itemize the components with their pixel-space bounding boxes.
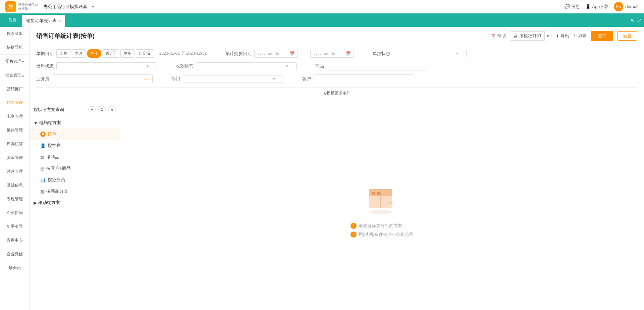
expected-date-to[interactable]: yyyy-mm-dd 📅 xyxy=(310,50,354,58)
settings-button[interactable]: 设置 xyxy=(617,31,637,41)
date-btn-this-month[interactable]: 本月 xyxy=(72,49,86,58)
step-1-number: 1 xyxy=(351,223,357,229)
pc-label: 电脑端方案 xyxy=(39,120,61,126)
sidebar-item-basic-info[interactable]: 基础信息 xyxy=(0,178,29,192)
maximize-icon[interactable]: ⤢ xyxy=(637,17,641,23)
sidebar-item-new-guide[interactable]: 新手引导 xyxy=(0,220,29,234)
expected-date-from-placeholder: yyyy-mm-dd xyxy=(257,51,279,56)
restore-icon[interactable]: ✕ xyxy=(630,17,634,23)
payment-label: 收款状态 xyxy=(176,63,193,69)
scheme-header-label: 按以下方案查询 xyxy=(34,107,64,113)
sidebar-item-finance[interactable]: 资金管理 xyxy=(0,151,29,165)
main-content-area: 1 请先选择要分析的方案 2 用[过滤]条件来缩小分析范围 xyxy=(120,103,644,310)
expected-date-to-placeholder: yyyy-mm-dd xyxy=(313,51,335,56)
date-btn-last-7-days[interactable]: 近7天 xyxy=(103,49,119,58)
print-button[interactable]: 🖨 按模板打印 xyxy=(510,31,545,41)
department-select[interactable]: ▾ xyxy=(183,75,283,83)
export-button[interactable]: ⬇ 导出 xyxy=(555,33,569,39)
by-customer-goods-label: 按客户+商品 xyxy=(46,165,71,171)
filter-row-2: 出库状态 ▾ 收款状态 ▾ xyxy=(36,62,637,70)
sidebar-item-quick-nav[interactable]: 快捷导航 xyxy=(0,41,29,55)
app-dropdown-arrow[interactable]: ▼ xyxy=(91,5,95,9)
help-label: 帮助 xyxy=(497,33,506,39)
sidebar-item-ecommerce[interactable]: 电商管理 xyxy=(0,110,29,123)
scheme-item-by-customer[interactable]: 👤 按客户 xyxy=(30,140,120,151)
tab-home[interactable]: 首页 xyxy=(3,13,22,27)
settings-scheme-button[interactable]: ⚙ xyxy=(98,106,106,113)
page-actions: ❓ 帮助 🖨 按模板打印 ▾ ⬇ 导出 xyxy=(490,31,637,41)
sidebar-item-enterprise-wechat[interactable]: 企业微信 xyxy=(0,247,29,261)
tab-active[interactable]: 销售订单统计表 × xyxy=(22,15,65,27)
sidebar-item-wholesale[interactable]: 批发管理 ▴ xyxy=(0,68,29,82)
date-btn-more[interactable]: 更多 xyxy=(120,49,135,58)
quick-nav-label: 快捷导航 xyxy=(7,45,23,50)
step-2-number: 2 xyxy=(351,231,357,238)
scheme-item-by-goods[interactable]: ▦ 按商品 xyxy=(30,151,120,163)
user-area[interactable]: Ea demo2 xyxy=(614,2,639,11)
refresh-label: 刷新 xyxy=(578,33,587,39)
scheme-group-pc-title[interactable]: ▼ 电脑端方案 xyxy=(30,117,120,128)
scheme-item-by-order[interactable]: 按单 xyxy=(30,128,120,140)
sidebar-item-membership[interactable]: 畅会员 xyxy=(0,261,29,275)
collapse-button[interactable]: ∧ 收起更多条件 xyxy=(36,87,637,99)
sidebar-item-inventory[interactable]: 库存核算 xyxy=(0,137,29,151)
scheme-item-by-goods-category[interactable]: ▩ 按商品分类 xyxy=(30,186,120,197)
dispatch-dropdown-icon: ▾ xyxy=(147,64,149,68)
sales-rep-input[interactable]: ··· xyxy=(52,74,153,83)
app-download-button[interactable]: 📱 App下载 xyxy=(585,4,608,10)
expected-date-from[interactable]: yyyy-mm-dd 📅 xyxy=(254,50,298,58)
goods-dots-icon[interactable]: ··· xyxy=(418,63,424,69)
date-btn-this-year[interactable]: 本年 xyxy=(87,49,101,58)
sidebar-item-app-center[interactable]: 应用中心 xyxy=(0,234,29,247)
by-goods-label: 按商品 xyxy=(46,154,59,160)
tab-active-label: 销售订单统计表 xyxy=(26,18,57,24)
query-button[interactable]: 查询 xyxy=(591,31,613,41)
message-button[interactable]: 💬 消息 xyxy=(565,4,580,10)
by-order-icon xyxy=(40,132,46,137)
collapse-scheme-button[interactable]: « xyxy=(108,106,116,113)
refresh-button[interactable]: ↻ 刷新 xyxy=(573,33,587,39)
payment-select[interactable]: ▾ xyxy=(196,62,297,70)
dispatch-select[interactable]: ▾ xyxy=(56,62,157,70)
scheme-item-by-sales-rep[interactable]: 📊 按业务员 xyxy=(30,174,120,186)
retail-arrow-icon: ▾ xyxy=(22,60,24,63)
sidebar-item-marketing[interactable]: 营销推广 xyxy=(0,82,29,96)
wholesale-label: 批发管理 xyxy=(5,72,21,78)
print-dropdown-icon[interactable]: ▾ xyxy=(545,32,551,40)
dispatch-label: 出库状态 xyxy=(36,63,54,69)
sidebar-item-retail[interactable]: 零售管理 ▾ xyxy=(0,55,29,68)
avatar-text: Ea xyxy=(616,4,621,9)
wholesale-arrow-icon: ▴ xyxy=(22,73,24,77)
date-picker-group: 上月 本月 本年 近7天 更多 自定义 xyxy=(56,49,154,58)
tab-close-icon[interactable]: × xyxy=(59,18,61,23)
filter-order-status: 单据状态 ▾ xyxy=(373,50,467,57)
content-area: 销售订单统计表(按单) ❓ 帮助 🖨 按模板打印 ▾ xyxy=(30,27,644,310)
collapse-label: 收起更多条件 xyxy=(326,90,351,96)
help-button[interactable]: ❓ 帮助 xyxy=(490,33,506,39)
finance-label: 资金管理 xyxy=(7,155,23,160)
sales-rep-dots-icon[interactable]: ··· xyxy=(144,76,150,82)
status-select[interactable]: ▾ xyxy=(393,50,467,57)
sidebar-item-sales[interactable]: 销售管理 xyxy=(0,96,29,110)
goods-input[interactable]: ··· xyxy=(327,62,427,70)
sidebar-item-purchase[interactable]: 采购管理 xyxy=(0,123,29,137)
ecommerce-label: 电商管理 xyxy=(7,114,23,119)
date-btn-last-month[interactable]: 上月 xyxy=(56,49,70,58)
add-scheme-button[interactable]: + xyxy=(88,106,96,113)
customer-dots-icon[interactable]: ··· xyxy=(405,76,411,82)
customer-input[interactable]: ··· xyxy=(314,74,414,83)
filter-panel: 单据日期 上月 本月 本年 近7天 更多 自定义 2023-01-0 xyxy=(30,45,644,103)
content-body: 按以下方案查询 + ⚙ « xyxy=(30,103,644,310)
date-btn-custom[interactable]: 自定义 xyxy=(136,49,154,58)
sidebar-item-operations[interactable]: 经营管理 xyxy=(0,165,29,178)
page-header-wrapper: 销售订单统计表(按单) ❓ 帮助 🖨 按模板打印 ▾ xyxy=(30,27,644,103)
sidebar-item-enterprise[interactable]: 企业协同 xyxy=(0,206,29,220)
enterprise-wechat-label: 企业微信 xyxy=(7,252,23,256)
by-goods-icon: ▦ xyxy=(40,155,44,160)
scheme-group-mobile-title[interactable]: ▶ 移动端方案 xyxy=(30,197,120,208)
date-label: 单据日期 xyxy=(36,51,54,57)
sidebar-item-search-menu[interactable]: 搜索菜单 xyxy=(0,27,29,41)
scheme-item-by-customer-goods[interactable]: ▤ 按客户+商品 xyxy=(30,163,120,174)
download-icon: 📱 xyxy=(585,4,591,9)
sidebar-item-system[interactable]: 系统管理 xyxy=(0,192,29,206)
